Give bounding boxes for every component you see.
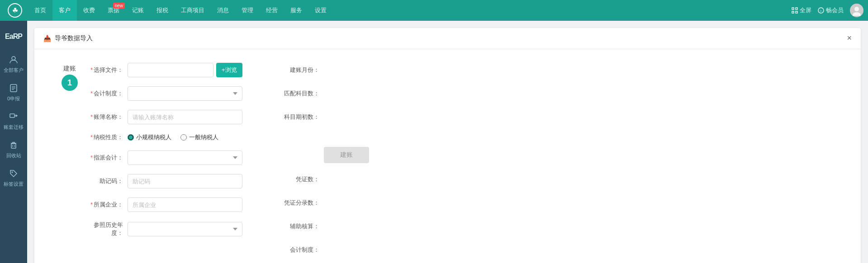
step-indicator: 建账 1 — [62, 63, 78, 91]
svg-rect-0 — [792, 8, 794, 9]
memo-row: 助记码： — [87, 174, 242, 188]
tax-row: 纳税性质： 小规模纳税人 一般纳税人 — [87, 133, 242, 141]
accounting-select[interactable] — [128, 86, 242, 101]
svg-rect-13 — [10, 114, 14, 117]
info-area: 建账月份： 匹配科目数： 科目期初数： 建账 — [270, 63, 369, 263]
svg-rect-14 — [11, 144, 16, 148]
tax-general-option[interactable]: 一般纳税人 — [180, 133, 218, 141]
sidebar-item-label: 全部客户 — [4, 67, 24, 74]
info-assist-label: 辅助核算： — [283, 222, 324, 230]
accounting-label: 会计制度： — [87, 89, 128, 98]
dialog-title: 导爷数据导入 — [55, 34, 93, 42]
info-assist-row: 辅助核算： — [283, 219, 369, 234]
step-section: 建账 1 选择文件： +浏览 — [62, 63, 834, 263]
nav-message[interactable]: 消息 — [211, 0, 235, 21]
company-label: 所属企业： — [87, 201, 128, 209]
ledger-row: 账簿名称： — [87, 110, 242, 124]
memo-label: 助记码： — [87, 177, 128, 185]
history-select[interactable] — [128, 222, 242, 236]
dialog-panel: 📥 导爷数据导入 × 建账 1 选 — [34, 28, 861, 263]
nav-fee[interactable]: 收费 — [77, 0, 101, 21]
tax-label: 纳税性质： — [87, 133, 128, 141]
history-label: 参照历史年度： — [87, 221, 128, 237]
nav-operation[interactable]: 经营 — [260, 0, 284, 21]
info-voucher-row: 凭证数： — [283, 172, 369, 187]
tax-radio-group: 小规模纳税人 一般纳税人 — [128, 133, 218, 141]
top-navigation: ☘ 首页 客户 收费 票据 new 记账 报税 工商项目 消息 管理 经营 服务… — [0, 0, 868, 21]
info-match-label: 匹配科目数： — [283, 89, 324, 98]
info-month-label: 建账月份： — [283, 66, 324, 74]
sidebar: EaRP 全部客户 0申报 账套迁移 回收站 — [0, 21, 27, 263]
info-accounting-label: 会计制度： — [283, 246, 324, 254]
declaration-icon — [8, 83, 19, 94]
browse-button[interactable]: +浏览 — [216, 63, 242, 77]
all-customers-icon — [8, 54, 19, 65]
info-init-row: 科目期初数： — [283, 110, 369, 124]
nav-invoice[interactable]: 票据 new — [101, 0, 126, 21]
svg-point-6 — [854, 7, 859, 11]
nav-settings[interactable]: 设置 — [308, 0, 333, 21]
ledger-input[interactable] — [128, 110, 242, 124]
main-content: 📥 导爷数据导入 × 建账 1 选 — [27, 21, 868, 263]
step-left: 建账 1 选择文件： +浏览 — [62, 63, 242, 263]
svg-point-8 — [12, 56, 15, 60]
accountant-select[interactable] — [128, 150, 242, 165]
step-label: 建账 — [63, 65, 76, 73]
form-area: 选择文件： +浏览 会计制度： — [87, 63, 242, 246]
nav-customer[interactable]: 客户 — [52, 0, 77, 21]
app-logo[interactable]: ☘ — [5, 0, 25, 21]
fullscreen-label: 全屏 — [800, 6, 811, 14]
svg-text:▷: ▷ — [820, 9, 822, 12]
svg-point-17 — [12, 172, 13, 173]
info-accounting-row: 会计制度： — [283, 243, 369, 257]
nav-service[interactable]: 服务 — [284, 0, 308, 21]
submit-area: 建账 — [283, 133, 369, 163]
nav-manage[interactable]: 管理 — [235, 0, 260, 21]
svg-rect-1 — [796, 8, 797, 9]
vip-button[interactable]: ▷ 畅会员 — [818, 6, 844, 14]
sidebar-item-all-customers[interactable]: 全部客户 — [0, 51, 27, 77]
svg-rect-2 — [792, 11, 794, 13]
tax-small-radio[interactable] — [128, 134, 134, 141]
file-label: 选择文件： — [87, 66, 128, 74]
new-badge: new — [113, 3, 125, 9]
earp-logo: EaRP — [5, 24, 22, 49]
file-row: 选择文件： +浏览 — [87, 63, 242, 77]
tax-general-label: 一般纳税人 — [189, 133, 218, 141]
trash-icon — [8, 140, 19, 150]
accountant-row: 指派会计： — [87, 150, 242, 165]
sidebar-item-declaration[interactable]: 0申报 — [0, 79, 27, 106]
info-init-label: 科目期初数： — [283, 113, 324, 121]
info-voucher-records-label: 凭证分录数： — [283, 199, 324, 207]
file-input[interactable] — [128, 63, 213, 77]
file-input-group: +浏览 — [128, 63, 242, 77]
history-row: 参照历史年度： — [87, 221, 242, 237]
submit-button[interactable]: 建账 — [324, 147, 369, 163]
sidebar-item-tags[interactable]: 标签设置 — [0, 164, 27, 191]
sidebar-item-label: 标签设置 — [4, 181, 24, 188]
step-circle: 1 — [62, 75, 78, 91]
nav-menu: 首页 客户 收费 票据 new 记账 报税 工商项目 消息 管理 经营 服务 设… — [28, 0, 792, 21]
dialog-title-icon: 📥 — [43, 35, 51, 42]
nav-business[interactable]: 工商项目 — [175, 0, 211, 21]
tax-general-radio[interactable] — [180, 134, 187, 141]
nav-tax[interactable]: 报税 — [150, 0, 175, 21]
sidebar-item-label: 0申报 — [7, 95, 20, 102]
dialog-close-button[interactable]: × — [847, 33, 852, 43]
fullscreen-button[interactable]: 全屏 — [792, 6, 811, 14]
nav-home[interactable]: 首页 — [28, 0, 52, 21]
vip-icon: ▷ — [818, 7, 824, 14]
dialog-body: 建账 1 选择文件： +浏览 — [34, 49, 861, 263]
company-input[interactable] — [128, 197, 242, 212]
migration-icon — [8, 111, 19, 122]
fullscreen-icon — [792, 7, 798, 14]
nav-bookkeeping[interactable]: 记账 — [126, 0, 150, 21]
dialog-header: 📥 导爷数据导入 — [34, 28, 861, 49]
memo-input[interactable] — [128, 174, 242, 188]
sidebar-item-label: 回收站 — [6, 152, 21, 159]
sidebar-item-migration[interactable]: 账套迁移 — [0, 108, 27, 134]
tax-small-option[interactable]: 小规模纳税人 — [128, 133, 171, 141]
tax-small-label: 小规模纳税人 — [136, 133, 171, 141]
user-avatar[interactable] — [850, 4, 863, 17]
sidebar-item-trash[interactable]: 回收站 — [0, 136, 27, 163]
